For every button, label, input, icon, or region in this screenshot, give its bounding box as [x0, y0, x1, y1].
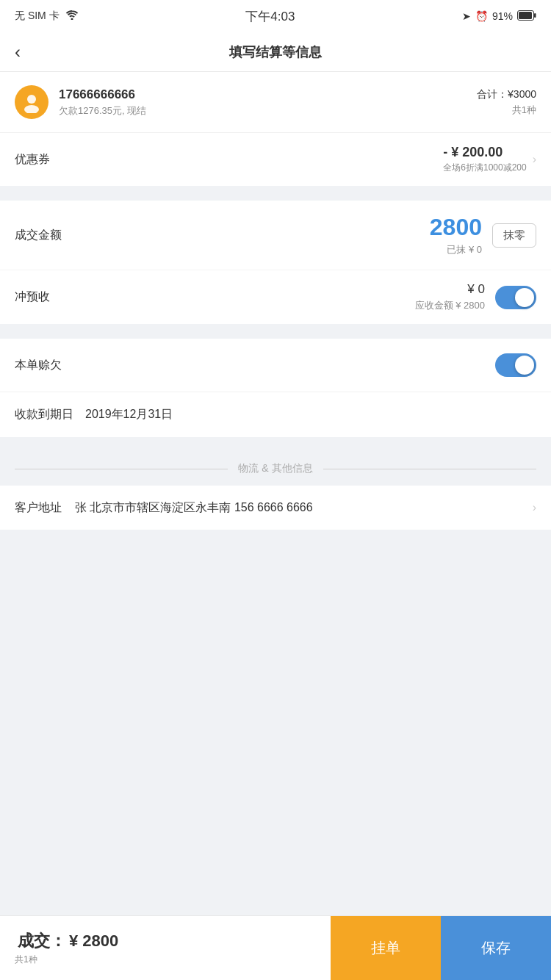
alarm-icon: ⏰ — [475, 10, 488, 22]
advance-value: ¥ 0 — [415, 282, 485, 297]
amount-right: 2800 已抹 ¥ 0 抹零 — [430, 214, 536, 256]
amount-value: 2800 — [430, 214, 482, 241]
advance-sub: 应收金额 ¥ 2800 — [415, 299, 485, 312]
coupon-label: 优惠券 — [15, 152, 50, 167]
address-section: 客户地址 张 北京市市辖区海淀区永丰南 156 6666 6666 › — [0, 486, 551, 530]
svg-rect-2 — [534, 13, 536, 18]
svg-point-4 — [24, 105, 39, 113]
coupon-info: - ¥ 200.00 全场6折满1000减200 — [443, 145, 526, 174]
advance-label: 冲预收 — [15, 289, 50, 305]
amount-sub: 已抹 ¥ 0 — [430, 243, 482, 256]
user-info-card: 17666666666 欠款1276.35元, 现结 合计：¥3000 共1种 … — [0, 72, 551, 186]
credit-section: 本单赊欠 收款到期日 2019年12月31日 — [0, 339, 551, 437]
save-button[interactable]: 保存 — [441, 916, 551, 981]
svg-point-3 — [27, 95, 36, 104]
due-date-row: 收款到期日 2019年12月31日 — [0, 392, 551, 437]
advance-toggle[interactable] — [495, 286, 536, 309]
amount-row: 成交金额 2800 已抹 ¥ 0 抹零 — [0, 201, 551, 270]
credit-label: 本单赊欠 — [15, 358, 62, 373]
advance-value-block: ¥ 0 应收金额 ¥ 2800 — [415, 282, 485, 312]
status-bar: 无 SIM 卡 下午4:03 ➤ ⏰ 91% — [0, 0, 551, 32]
address-row[interactable]: 客户地址 张 北京市市辖区海淀区永丰南 156 6666 6666 › — [0, 486, 551, 530]
coupon-chevron: › — [533, 153, 536, 166]
section-divider-1 — [0, 193, 551, 201]
total-label: 合计：¥3000 — [477, 88, 536, 101]
address-label: 客户地址 — [15, 499, 66, 516]
section-divider-2 — [0, 331, 551, 339]
coupon-right: - ¥ 200.00 全场6折满1000减200 › — [443, 145, 536, 174]
logistics-header: 物流 & 其他信息 — [0, 452, 551, 486]
back-button[interactable]: ‹ — [15, 42, 21, 62]
status-bar-left: 无 SIM 卡 — [15, 10, 79, 23]
user-row: 17666666666 欠款1276.35元, 现结 合计：¥3000 共1种 — [0, 72, 551, 132]
due-date-label: 收款到期日 — [15, 407, 73, 422]
credit-row: 本单赊欠 — [0, 339, 551, 392]
user-sub: 欠款1276.35元, 现结 — [59, 104, 146, 118]
avatar — [15, 85, 48, 119]
section-divider-3 — [0, 444, 551, 452]
user-info: 17666666666 欠款1276.35元, 现结 — [59, 87, 146, 118]
amount-value-block: 2800 已抹 ¥ 0 — [430, 214, 482, 256]
coupon-row[interactable]: 优惠券 - ¥ 200.00 全场6折满1000减200 › — [0, 132, 551, 186]
logistics-header-line-left — [15, 469, 228, 469]
logistics-header-line-right — [323, 469, 536, 469]
status-bar-time: 下午4:03 — [245, 8, 295, 25]
bottom-bar: 成交：¥ 2800 共1种 挂单 保存 — [0, 915, 551, 980]
bottom-summary-count: 共1种 — [15, 954, 316, 966]
page-title: 填写结算等信息 — [229, 43, 322, 61]
battery-icon — [517, 10, 536, 23]
bottom-summary-amount: ¥ 2800 — [69, 932, 118, 950]
wifi-icon — [65, 10, 79, 22]
nav-bar: ‹ 填写结算等信息 — [0, 32, 551, 72]
location-icon: ➤ — [462, 10, 471, 22]
credit-toggle[interactable] — [495, 353, 536, 377]
advance-right: ¥ 0 应收金额 ¥ 2800 — [415, 282, 536, 312]
logistics-header-text: 物流 & 其他信息 — [238, 462, 312, 475]
advance-row: 冲预收 ¥ 0 应收金额 ¥ 2800 — [0, 270, 551, 324]
content: 17666666666 欠款1276.35元, 现结 合计：¥3000 共1种 … — [0, 72, 551, 691]
round-zero-button[interactable]: 抹零 — [492, 223, 536, 248]
user-left: 17666666666 欠款1276.35元, 现结 — [15, 85, 146, 119]
user-phone: 17666666666 — [59, 87, 146, 102]
bottom-summary: 成交：¥ 2800 共1种 — [0, 930, 331, 966]
user-right: 合计：¥3000 共1种 — [477, 88, 536, 117]
battery-percent: 91% — [492, 10, 513, 22]
hold-button[interactable]: 挂单 — [331, 916, 441, 981]
gray-area — [0, 530, 551, 618]
amount-section: 成交金额 2800 已抹 ¥ 0 抹零 冲预收 ¥ 0 应收金额 ¥ 2800 — [0, 201, 551, 324]
total-count: 共1种 — [477, 104, 536, 117]
status-bar-right: ➤ ⏰ 91% — [462, 10, 536, 23]
due-date-value: 2019年12月31日 — [85, 407, 173, 422]
svg-rect-1 — [519, 12, 532, 19]
address-chevron: › — [533, 499, 536, 514]
coupon-desc: 全场6折满1000减200 — [443, 162, 526, 174]
amount-label: 成交金额 — [15, 228, 62, 243]
address-value: 张 北京市市辖区海淀区永丰南 156 6666 6666 — [75, 499, 524, 516]
bottom-summary-top: 成交：¥ 2800 — [15, 930, 316, 952]
coupon-discount: - ¥ 200.00 — [443, 145, 526, 160]
sim-label: 无 SIM 卡 — [15, 10, 60, 23]
bottom-summary-label: 成交： — [18, 932, 66, 950]
